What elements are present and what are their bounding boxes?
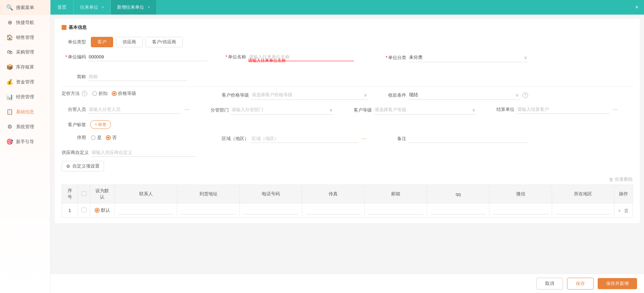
- delete-row-btn[interactable]: 🗑: [624, 207, 629, 213]
- tab-partners[interactable]: 往来单位 ×: [74, 0, 111, 15]
- tab-add-partner[interactable]: 新增往来单位 ×: [111, 0, 157, 15]
- region-input[interactable]: [251, 135, 359, 143]
- finance-icon: 💰: [6, 79, 13, 85]
- sidebar-item-inventory[interactable]: 📦 库存核算: [0, 59, 50, 74]
- payment-terms-select[interactable]: 现结 ∨: [408, 90, 520, 100]
- disabled-yes-radio[interactable]: 是: [91, 135, 102, 141]
- add-row-btn[interactable]: +: [618, 207, 621, 213]
- sidebar-item-guide[interactable]: 🎯 新手引导: [0, 134, 50, 149]
- customer-price-level-label: 客户价格等级: [222, 92, 249, 98]
- trash-icon: 🗑: [609, 177, 613, 182]
- payment-terms-label: 收款条件: [382, 92, 406, 98]
- unit-code-input[interactable]: [88, 53, 208, 61]
- add-tag-btn[interactable]: + 标签: [90, 120, 111, 129]
- sidebar-item-basic[interactable]: 📋 基础信息: [0, 104, 50, 119]
- disabled-yes-circle: [91, 135, 96, 140]
- col-index: 序号: [62, 185, 78, 203]
- disabled-no-circle: [106, 135, 111, 140]
- address-input[interactable]: [181, 206, 236, 214]
- row-default-radio[interactable]: 默认: [94, 207, 111, 213]
- sidebar-item-label: 销售管理: [16, 34, 34, 41]
- unit-type-label: 单位类型: [62, 39, 86, 45]
- table-section: 🗑 批量删除 序号 设为默认 联系人 到货地址 电话号码: [62, 176, 633, 218]
- cancel-button[interactable]: 取消: [536, 278, 563, 290]
- col-fax: 传真: [302, 185, 364, 203]
- row-index: 1: [62, 203, 78, 218]
- sidebar-item-sales[interactable]: 🏠 销售管理: [0, 30, 50, 45]
- unit-type-both-btn[interactable]: 客户/供应商: [146, 37, 183, 47]
- form-card: 基本信息 单位类型 客户 供应商 客户/供应商 *单位编码: [55, 19, 640, 223]
- department-field: 分管部门 请输入分管部门 ∨: [204, 105, 333, 115]
- pricing-help-icon[interactable]: ?: [82, 91, 87, 96]
- unit-code-field: *单位编码: [62, 53, 208, 61]
- tab-add-partner-close[interactable]: ×: [148, 5, 150, 9]
- select-all-checkbox[interactable]: [81, 191, 86, 196]
- close-all-tabs[interactable]: ×: [630, 4, 644, 10]
- qq-input[interactable]: [431, 206, 486, 214]
- supplier-custom-row: 供应商自定义: [62, 148, 633, 157]
- table-row: 1 默认: [62, 203, 633, 218]
- pricing-discount-radio[interactable]: 折扣: [92, 90, 108, 97]
- sales-icon: 🏠: [6, 34, 13, 41]
- fax-input[interactable]: [306, 206, 361, 214]
- disabled-radio-group: 是 否: [91, 135, 117, 141]
- sidebar-item-purchase[interactable]: 🛍 采购管理: [0, 45, 50, 59]
- pricing-level-radio[interactable]: 价格等级: [112, 90, 136, 97]
- custom-settings-btn[interactable]: ⚙ 自定义项设置: [62, 161, 104, 171]
- manager-more-btn[interactable]: ···: [183, 106, 190, 113]
- chevron-down-icon: ∨: [516, 92, 519, 98]
- unit-type-customer-btn[interactable]: 客户: [91, 37, 113, 47]
- contact-input[interactable]: [118, 206, 173, 214]
- row-checkbox[interactable]: [81, 207, 86, 212]
- row-region: [552, 203, 614, 218]
- phone-input[interactable]: [243, 206, 298, 214]
- sidebar-item-label: 基础信息: [16, 109, 34, 115]
- short-name-field: 简称: [62, 73, 187, 81]
- disabled-no-radio[interactable]: 否: [106, 135, 117, 141]
- short-name-row: 简称: [62, 73, 633, 81]
- customer-level-field: 客户等级 请选择客户等级 ∨: [347, 105, 476, 115]
- tab-partners-close[interactable]: ×: [102, 5, 104, 9]
- sidebar-item-search[interactable]: 🔍 搜索菜单: [0, 0, 50, 15]
- sidebar-item-operations[interactable]: 📊 经营管理: [0, 89, 50, 104]
- pricing-row: 定价方法 ? 折扣 价格等级 客户: [62, 90, 633, 100]
- sidebar-item-label: 快捷导航: [16, 19, 34, 26]
- save-button[interactable]: 保存: [567, 278, 594, 290]
- manager-row: 分管人员 ··· 分管部门 请输入分管部门 ∨ 客户等级 请选择客户等级 ∨: [62, 105, 633, 115]
- supplier-custom-input[interactable]: [91, 148, 195, 157]
- settlement-more-btn[interactable]: ···: [612, 106, 619, 113]
- unit-category-field: *单位分类 未分类 ∨: [382, 53, 528, 62]
- sidebar-item-quicknav[interactable]: ⊕ 快捷导航: [0, 15, 50, 30]
- remarks-input[interactable]: [408, 135, 528, 143]
- customer-price-level-select[interactable]: 请选择客户价格等级 ∨: [251, 90, 368, 100]
- row-region-input[interactable]: [556, 206, 611, 214]
- save-new-button[interactable]: 保存并新增: [598, 278, 637, 289]
- manager-label: 分管人员: [62, 106, 86, 113]
- batch-delete-btn[interactable]: 🗑 批量删除: [62, 176, 633, 182]
- sidebar-item-finance[interactable]: 💰 资金管理: [0, 74, 50, 89]
- email-input[interactable]: [368, 206, 423, 214]
- region-more-btn[interactable]: ···: [361, 136, 368, 142]
- short-name-input[interactable]: [88, 73, 187, 81]
- unit-type-supplier-btn[interactable]: 供应商: [116, 37, 143, 47]
- payment-terms-help-icon[interactable]: ?: [523, 92, 528, 98]
- wechat-input[interactable]: [493, 206, 548, 214]
- pricing-method-label: 定价方法 ?: [62, 90, 87, 97]
- manager-field: 分管人员 ···: [62, 105, 190, 114]
- col-phone: 电话号码: [239, 185, 302, 203]
- settlement-unit-input[interactable]: [517, 105, 610, 114]
- sidebar-item-label: 采购管理: [16, 49, 34, 55]
- unit-category-select[interactable]: 未分类 ∨: [408, 53, 528, 62]
- customer-price-level-placeholder: 请选择客户价格等级: [252, 92, 292, 98]
- section-title: 基本信息: [62, 24, 633, 31]
- row-address: [177, 203, 239, 218]
- manager-input[interactable]: [88, 105, 181, 114]
- col-checkbox: [78, 185, 90, 203]
- department-placeholder: 请输入分管部门: [231, 107, 263, 113]
- department-select[interactable]: 请输入分管部门 ∨: [231, 105, 333, 115]
- main-content: 首页 往来单位 × 新增往来单位 × × 基本信息 单位类型 客户: [50, 0, 644, 293]
- sidebar-item-system[interactable]: ⚙ 系统管理: [0, 119, 50, 134]
- tab-home[interactable]: 首页: [50, 0, 74, 15]
- col-actions: 操作: [614, 185, 633, 203]
- customer-level-select[interactable]: 请选择客户等级 ∨: [374, 105, 476, 115]
